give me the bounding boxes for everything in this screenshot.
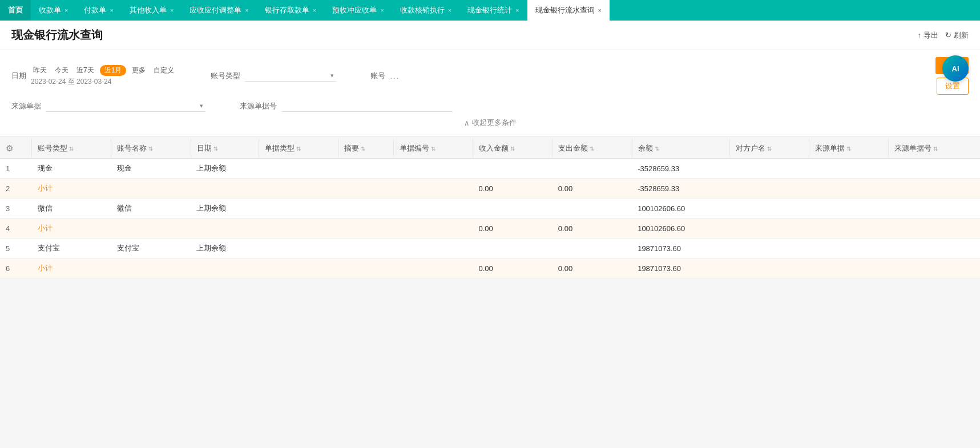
td-doc-type (259, 259, 338, 279)
source-doc-no-filter-group: 来源单据号 (240, 100, 453, 112)
page-header: 现金银行流水查询 ↑ 导出 ↻ 刷新 (0, 21, 980, 50)
th-account-name: 账号名称⇅ (111, 139, 191, 159)
source-doc-no-input[interactable] (281, 100, 453, 112)
date-shortcut-7days[interactable]: 近7天 (74, 65, 96, 76)
td-summary (338, 259, 393, 279)
td-account-type: 小计 (32, 219, 111, 239)
nav-home[interactable]: 首页 (0, 0, 31, 21)
th-settings[interactable]: ⚙ (0, 139, 32, 159)
sort-icon[interactable]: ⇅ (361, 146, 365, 152)
sort-icon[interactable]: ⇅ (933, 146, 938, 152)
sort-icon[interactable]: ⇅ (148, 146, 153, 152)
sort-icon[interactable]: ⇅ (213, 146, 218, 152)
td-source-doc-no (889, 239, 980, 259)
td-account-type: 小计 (32, 259, 111, 279)
sort-icon[interactable]: ⇅ (69, 146, 74, 152)
date-shortcut-yesterday[interactable]: 昨天 (31, 65, 49, 76)
table-row: 2小计0.000.00-3528659.33 (0, 179, 980, 199)
date-filter-group: 日期 昨天 今天 近7天 近1月 更多 自定义 2023-02-24 至 202… (11, 65, 176, 87)
nav-item-shoukuan[interactable]: 收款单× (31, 0, 76, 21)
td-summary (338, 239, 393, 259)
td-source-doc (809, 159, 889, 179)
td-expense (552, 199, 632, 219)
date-shortcut-custom[interactable]: 自定义 (151, 65, 176, 76)
ai-assistant-button[interactable]: Ai (942, 55, 969, 82)
td-summary (338, 179, 393, 199)
nav-item-fukuan[interactable]: 付款单× (76, 0, 121, 21)
td-source-doc-no (889, 179, 980, 199)
td-account-name: 微信 (111, 199, 191, 219)
chevron-up-icon: ∧ (464, 119, 470, 127)
collapse-button[interactable]: ∧ 收起更多条件 (464, 118, 517, 128)
refresh-button[interactable]: ↻ 刷新 (945, 30, 969, 41)
td-doc-no (393, 159, 473, 179)
nav-item-yinhangcunqu[interactable]: 银行存取款单× (257, 0, 324, 21)
td-doc-type (259, 199, 338, 219)
nav-item-yushou[interactable]: 预收冲应收单× (324, 0, 392, 21)
close-icon[interactable]: × (64, 7, 68, 14)
sort-icon[interactable]: ⇅ (510, 146, 515, 152)
td-balance: 100102606.60 (632, 219, 729, 239)
export-icon: ↑ (918, 31, 922, 39)
page-title: 现金银行流水查询 (11, 27, 103, 43)
export-button[interactable]: ↑ 导出 (918, 30, 939, 41)
th-account-type: 账号类型⇅ (32, 139, 111, 159)
source-doc-label: 来源单据 (11, 101, 41, 111)
td-doc-type (259, 179, 338, 199)
close-icon[interactable]: × (110, 7, 113, 14)
td-balance: 19871073.60 (632, 239, 729, 259)
sort-icon[interactable]: ⇅ (296, 146, 301, 152)
source-doc-select[interactable]: ▾ (46, 100, 205, 112)
date-shortcut-today[interactable]: 今天 (53, 65, 71, 76)
td-account-name (111, 259, 191, 279)
nav-item-hexiao[interactable]: 收款核销执行× (392, 0, 459, 21)
nav-home-label: 首页 (8, 5, 23, 15)
sort-icon[interactable]: ⇅ (590, 146, 594, 152)
close-icon[interactable]: × (313, 7, 316, 14)
th-expense: 支出金额⇅ (552, 139, 632, 159)
close-icon[interactable]: × (170, 7, 174, 14)
sort-icon[interactable]: ⇅ (655, 146, 659, 152)
sort-icon[interactable]: ⇅ (846, 146, 851, 152)
td-account-type: 支付宝 (32, 239, 111, 259)
nav-item-qitashouru[interactable]: 其他收入单× (122, 0, 182, 21)
collapse-label: 收起更多条件 (472, 118, 517, 128)
close-icon[interactable]: × (448, 7, 451, 14)
date-shortcuts: 昨天 今天 近7天 近1月 更多 自定义 2023-02-24 至 2023-0… (31, 65, 176, 87)
sort-icon[interactable]: ⇅ (767, 146, 772, 152)
sort-icon[interactable]: ⇅ (431, 146, 435, 152)
td-source-doc (809, 199, 889, 219)
td-date (191, 219, 259, 239)
td-date: 上期余额 (191, 199, 259, 219)
filter-row-1: 日期 昨天 今天 近7天 近1月 更多 自定义 2023-02-24 至 202… (11, 57, 969, 95)
close-icon[interactable]: × (245, 7, 248, 14)
td-expense: 0.00 (552, 179, 632, 199)
date-shortcut-more[interactable]: 更多 (130, 65, 148, 76)
td-balance: -3528659.33 (632, 179, 729, 199)
td-row-no: 6 (0, 259, 32, 279)
td-counterparty (729, 159, 809, 179)
close-icon[interactable]: × (515, 7, 519, 14)
date-shortcut-1month[interactable]: 近1月 (100, 65, 127, 76)
td-row-no: 1 (0, 159, 32, 179)
table-container: ⚙ 账号类型⇅ 账号名称⇅ 日期⇅ 单据类型⇅ 摘要⇅ 单据编号 (0, 139, 980, 279)
th-balance: 余额⇅ (632, 139, 729, 159)
td-account-type: 微信 (32, 199, 111, 219)
settings-cog-icon[interactable]: ⚙ (6, 143, 13, 153)
td-doc-no (393, 219, 473, 239)
td-summary (338, 219, 393, 239)
td-income (473, 239, 552, 259)
td-counterparty (729, 259, 809, 279)
table-row: 4小计0.000.00100102606.60 (0, 219, 980, 239)
account-type-select[interactable]: ▾ (245, 70, 336, 82)
close-icon[interactable]: × (380, 7, 384, 14)
td-doc-no (393, 179, 473, 199)
nav-item-tiaozheng[interactable]: 应收应付调整单× (182, 0, 256, 21)
td-account-name (111, 219, 191, 239)
nav-item-tongji[interactable]: 现金银行统计× (459, 0, 527, 21)
refresh-label: 刷新 (954, 30, 969, 41)
filter-row-2: 来源单据 ▾ 来源单据号 (11, 100, 969, 112)
nav-item-liushui[interactable]: 现金银行流水查询× (527, 0, 610, 21)
close-icon[interactable]: × (598, 7, 602, 14)
td-date (191, 259, 259, 279)
